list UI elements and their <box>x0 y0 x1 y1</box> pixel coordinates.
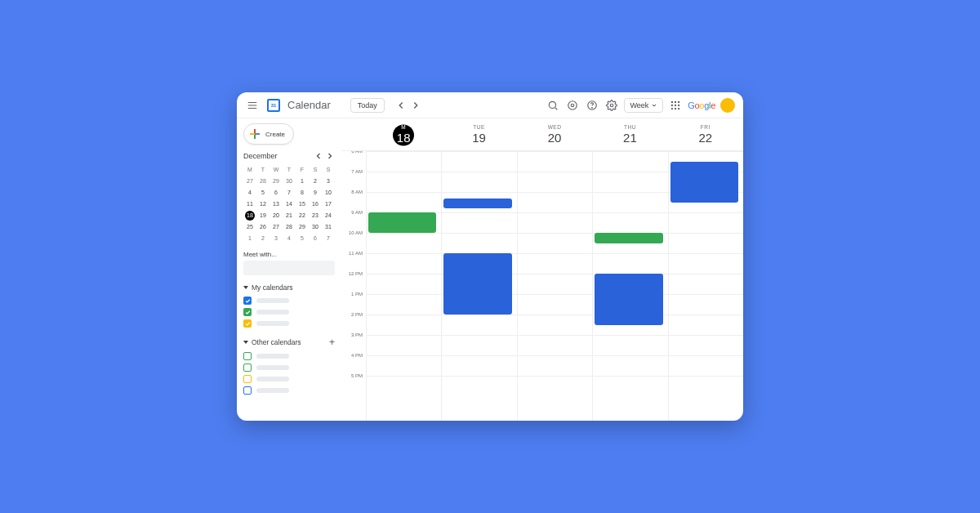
svg-point-14 <box>675 104 676 105</box>
mini-day[interactable]: 9 <box>309 187 322 199</box>
calendar-checkbox[interactable] <box>243 386 252 395</box>
support-icon[interactable] <box>565 98 580 113</box>
mini-day[interactable]: 6 <box>309 233 322 244</box>
settings-icon[interactable] <box>604 98 619 113</box>
calendar-item[interactable] <box>243 350 335 362</box>
calendar-checkbox[interactable] <box>243 364 252 372</box>
mini-day[interactable]: 30 <box>309 221 322 233</box>
mini-day[interactable]: 31 <box>322 221 335 233</box>
my-calendars-header[interactable]: My calendars <box>243 283 335 292</box>
mini-day[interactable]: 3 <box>322 176 335 187</box>
mini-day[interactable]: 17 <box>322 199 335 210</box>
mini-day[interactable]: 14 <box>283 199 296 210</box>
calendar-checkbox[interactable] <box>243 297 252 305</box>
mini-day[interactable]: 8 <box>296 187 309 199</box>
day-column[interactable] <box>441 151 516 421</box>
calendar-item[interactable] <box>243 373 335 385</box>
calendar-checkbox[interactable] <box>243 319 252 328</box>
day-column[interactable] <box>366 151 441 421</box>
create-button[interactable]: Create <box>243 123 294 145</box>
mini-day[interactable]: 29 <box>270 176 283 187</box>
mini-day[interactable]: 28 <box>283 221 296 233</box>
calendar-item[interactable] <box>243 306 335 318</box>
mini-next-icon[interactable] <box>325 151 335 161</box>
mini-day[interactable]: 4 <box>283 233 296 244</box>
calendar-event[interactable] <box>443 199 511 209</box>
calendar-event[interactable] <box>670 162 738 203</box>
mini-day[interactable]: 13 <box>270 199 283 210</box>
mini-day[interactable]: 5 <box>256 187 270 199</box>
mini-day[interactable]: 28 <box>256 176 270 187</box>
user-avatar[interactable] <box>720 98 735 113</box>
mini-day[interactable]: 26 <box>256 221 270 233</box>
mini-day[interactable]: 1 <box>243 233 256 244</box>
calendar-event[interactable] <box>368 212 436 233</box>
calendar-item[interactable] <box>243 318 335 329</box>
calendar-event[interactable] <box>443 253 511 314</box>
mini-day[interactable]: 11 <box>243 199 256 210</box>
menu-icon[interactable] <box>245 98 260 113</box>
calendar-window: Calendar Today Week Google Creat <box>237 92 743 421</box>
today-button[interactable]: Today <box>350 98 385 113</box>
calendar-item[interactable] <box>243 362 335 373</box>
meet-with-label: Meet with... <box>243 251 335 258</box>
mini-day[interactable]: 19 <box>256 210 270 221</box>
time-label: 3 PM <box>351 332 363 337</box>
mini-day[interactable]: 27 <box>243 176 256 187</box>
calendar-event[interactable] <box>595 274 662 325</box>
day-column[interactable] <box>668 151 743 421</box>
mini-day[interactable]: 6 <box>270 187 283 199</box>
meet-with-input[interactable] <box>243 261 335 275</box>
day-column[interactable] <box>517 151 592 421</box>
mini-prev-icon[interactable] <box>314 151 323 161</box>
view-select[interactable]: Week <box>624 98 663 113</box>
mini-day[interactable]: 12 <box>256 199 270 210</box>
mini-calendar[interactable]: MTWTFSS272829301234567891011121314151617… <box>243 164 335 244</box>
day-header[interactable]: FRI22 <box>668 118 743 150</box>
day-column[interactable] <box>592 151 667 421</box>
next-week-icon[interactable] <box>409 99 422 112</box>
calendar-checkbox[interactable] <box>243 375 252 383</box>
mini-day[interactable]: 15 <box>296 199 309 210</box>
mini-day[interactable]: 22 <box>296 210 309 221</box>
apps-grid-icon[interactable] <box>668 98 683 113</box>
calendar-checkbox[interactable] <box>243 352 252 360</box>
mini-day[interactable]: 2 <box>309 176 322 187</box>
calendar-item[interactable] <box>243 295 335 306</box>
other-calendars-header[interactable]: Other calendars + <box>243 337 335 347</box>
help-icon[interactable] <box>585 98 599 113</box>
day-number: 22 <box>698 131 712 145</box>
mini-day[interactable]: 20 <box>270 210 283 221</box>
day-header[interactable]: TUE19 <box>441 118 516 150</box>
mini-day[interactable]: 1 <box>296 176 309 187</box>
search-icon[interactable] <box>546 98 560 113</box>
add-calendar-icon[interactable]: + <box>329 337 335 347</box>
create-button-label: Create <box>265 131 285 138</box>
mini-day[interactable]: 10 <box>322 187 335 199</box>
mini-day[interactable]: 16 <box>309 199 322 210</box>
calendar-item[interactable] <box>243 385 335 396</box>
day-header[interactable]: WED20 <box>517 118 592 150</box>
mini-day[interactable]: 27 <box>270 221 283 233</box>
day-header[interactable]: M18 <box>366 118 441 150</box>
mini-day[interactable]: 3 <box>270 233 283 244</box>
prev-week-icon[interactable] <box>394 99 408 112</box>
mini-day[interactable]: 18 <box>243 210 256 221</box>
mini-day[interactable]: 21 <box>283 210 296 221</box>
mini-day[interactable]: 24 <box>322 210 335 221</box>
mini-day[interactable]: 30 <box>283 176 296 187</box>
calendar-event[interactable] <box>595 233 662 243</box>
day-number: 18 <box>397 131 411 145</box>
calendar-checkbox[interactable] <box>243 308 252 316</box>
mini-day[interactable]: 7 <box>322 233 335 244</box>
mini-day[interactable]: 4 <box>243 187 256 199</box>
mini-day[interactable]: 2 <box>256 233 270 244</box>
mini-day[interactable]: 25 <box>243 221 256 233</box>
mini-day[interactable]: 23 <box>309 210 322 221</box>
mini-day[interactable]: 7 <box>283 187 296 199</box>
mini-day[interactable]: 5 <box>296 233 309 244</box>
mini-day[interactable]: 29 <box>296 221 309 233</box>
day-header[interactable]: THU21 <box>592 118 667 150</box>
calendar-grid[interactable]: 6 AM7 AM8 AM9 AM10 AM11 AM12 PM1 PM2 PM3… <box>341 151 743 421</box>
calendar-name-placeholder <box>256 354 289 359</box>
